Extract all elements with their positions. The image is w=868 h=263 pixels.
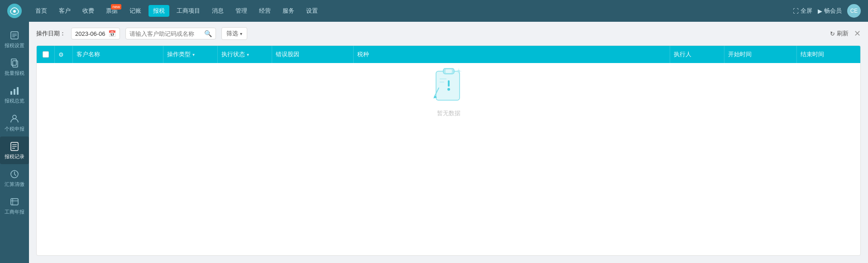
nav-item-invoice[interactable]: 票据 new [101, 5, 122, 17]
close-button[interactable]: ✕ [854, 29, 861, 38]
table-container: ⚙ 客户名称 操作类型 ▾ 执行状态 ▾ 错误股因 税种 [36, 45, 861, 256]
content-area: 操作日期： 2023-06-06 📅 🔍 筛选 ▾ ↻ 刷新 ✕ [29, 22, 868, 263]
table-header: ⚙ 客户名称 操作类型 ▾ 执行状态 ▾ 错误股因 税种 [37, 46, 860, 63]
table-scroll: 暂无数据 [37, 63, 860, 255]
sidebar: 报税设置 批量报税 报税总览 [0, 22, 29, 263]
sidebar-item-tax-records[interactable]: 报税记录 [0, 136, 29, 164]
sidebar-item-label: 报税总览 [5, 98, 24, 104]
annual-settlement-icon [9, 169, 20, 180]
th-checkbox [37, 46, 55, 63]
batch-tax-icon [9, 58, 20, 68]
th-end-time: 结束时间 [797, 46, 860, 63]
individual-tax-icon [9, 113, 20, 124]
sidebar-item-label: 汇算清缴 [5, 181, 24, 187]
table-body: 暂无数据 [37, 63, 860, 117]
play-icon: ▶ [818, 8, 822, 15]
svg-rect-22 [446, 69, 452, 73]
th-settings: ⚙ [55, 46, 73, 63]
nav-items: 首页 客户 收费 票据 new 记账 报税 工商项目 消息 管理 经营 服务 设… [31, 5, 793, 17]
nav-item-tax[interactable]: 报税 [149, 5, 169, 17]
svg-point-1 [13, 10, 16, 13]
sort-icon-operation[interactable]: ▾ [192, 52, 195, 57]
sidebar-item-label: 工商年报 [5, 209, 24, 215]
nav-item-service[interactable]: 服务 [278, 5, 299, 17]
th-error-reason: 错误股因 [272, 46, 354, 63]
empty-illustration [431, 63, 467, 104]
svg-rect-24 [448, 80, 450, 87]
sidebar-item-individual-tax[interactable]: 个税申报 [0, 109, 29, 136]
th-tax-type: 税种 [354, 46, 670, 63]
toolbar: 操作日期： 2023-06-06 📅 🔍 筛选 ▾ ↻ 刷新 ✕ [29, 22, 868, 45]
sidebar-item-tax-overview[interactable]: 报税总览 [0, 81, 29, 108]
svg-rect-10 [17, 87, 19, 95]
fullscreen-button[interactable]: ⛶ 全屏 [793, 7, 812, 15]
nav-item-business[interactable]: 工商项目 [172, 5, 205, 17]
date-label: 操作日期： [36, 29, 66, 38]
fullscreen-icon: ⛶ [793, 8, 799, 15]
svg-point-11 [13, 115, 16, 119]
sort-icon-status[interactable]: ▾ [247, 52, 249, 57]
top-nav: 首页 客户 收费 票据 new 记账 报税 工商项目 消息 管理 经营 服务 设… [0, 0, 868, 22]
user-avatar[interactable]: CE [847, 4, 861, 18]
nav-item-manage[interactable]: 管理 [231, 5, 252, 17]
empty-text: 暂无数据 [437, 109, 460, 117]
svg-rect-8 [10, 91, 12, 95]
sidebar-item-label: 报税设置 [5, 43, 24, 49]
sidebar-item-annual-report[interactable]: 工商年报 [0, 192, 29, 219]
sidebar-item-label: 报税记录 [5, 154, 24, 160]
svg-point-23 [447, 88, 450, 91]
right-actions: ⛶ 全屏 ▶ 畅会员 CE [793, 4, 861, 18]
sidebar-item-label: 批量报税 [5, 70, 24, 76]
th-executor: 执行人 [670, 46, 724, 63]
logo[interactable] [7, 4, 22, 18]
select-all-checkbox[interactable] [43, 51, 49, 58]
svg-rect-7 [13, 61, 18, 67]
sidebar-item-label: 个税申报 [5, 126, 24, 132]
empty-state: 暂无数据 [431, 63, 467, 117]
date-input[interactable]: 2023-06-06 📅 [71, 28, 120, 39]
date-value: 2023-06-06 [75, 30, 106, 37]
search-input[interactable] [129, 30, 201, 37]
nav-item-settings[interactable]: 设置 [302, 5, 322, 17]
tax-settings-icon [9, 30, 20, 41]
new-badge: new [111, 4, 121, 10]
member-button[interactable]: ▶ 畅会员 [818, 7, 842, 15]
th-exec-status: 执行状态 ▾ [218, 46, 272, 63]
nav-item-client[interactable]: 客户 [54, 5, 75, 17]
settings-icon[interactable]: ⚙ [58, 51, 64, 58]
chevron-down-icon: ▾ [240, 31, 242, 36]
nav-item-charge[interactable]: 收费 [78, 5, 99, 17]
nav-item-bookkeeping[interactable]: 记账 [125, 5, 146, 17]
annual-report-icon [9, 196, 20, 207]
filter-label: 筛选 [226, 29, 238, 38]
sidebar-item-tax-settings[interactable]: 报税设置 [0, 25, 29, 53]
th-start-time: 开始时间 [724, 46, 797, 63]
refresh-icon: ↻ [830, 30, 835, 37]
sidebar-item-annual-settlement[interactable]: 汇算清缴 [0, 164, 29, 192]
calendar-icon: 📅 [108, 30, 116, 37]
nav-item-message[interactable]: 消息 [207, 5, 228, 17]
nav-item-home[interactable]: 首页 [31, 5, 52, 17]
search-box: 🔍 [125, 28, 216, 39]
tax-records-icon [9, 141, 20, 152]
svg-rect-17 [11, 199, 18, 205]
svg-rect-9 [14, 89, 15, 95]
sidebar-item-batch-tax[interactable]: 批量报税 [0, 53, 29, 81]
refresh-button[interactable]: ↻ 刷新 [830, 29, 849, 38]
th-client-name: 客户名称 [73, 46, 163, 63]
main-layout: 报税设置 批量报税 报税总览 [0, 22, 868, 263]
nav-item-operation[interactable]: 经营 [254, 5, 275, 17]
svg-rect-6 [11, 59, 16, 65]
th-operation-type: 操作类型 ▾ [163, 46, 218, 63]
search-icon[interactable]: 🔍 [204, 30, 212, 37]
tax-overview-icon [9, 85, 20, 96]
filter-button[interactable]: 筛选 ▾ [221, 27, 247, 40]
